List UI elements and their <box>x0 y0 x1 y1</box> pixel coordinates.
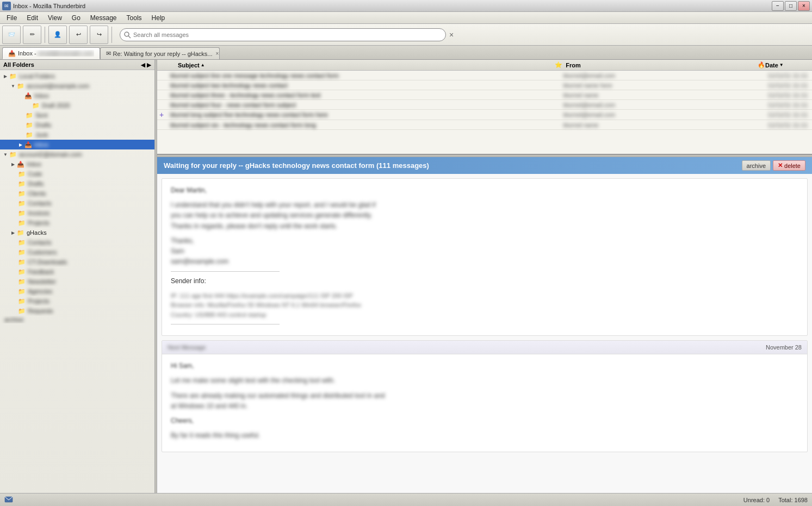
sender-info-text: IP: 111 age first 444 https://example.co… <box>171 291 798 320</box>
label-sub1: Draft 2020 <box>42 102 152 109</box>
sort-subject-button[interactable]: Subject ▲ <box>178 62 205 68</box>
search-input[interactable] <box>120 28 446 41</box>
folder-drafts2[interactable]: 📁 Drafts <box>0 179 154 189</box>
folder-icon-gh-requests: 📁 <box>17 307 26 315</box>
fire-icon: 🔥 <box>758 61 765 68</box>
delete-button[interactable]: ✕ delete <box>773 160 805 171</box>
folder-contacts[interactable]: 📁 Contacts <box>0 198 154 208</box>
inbox-icon-2: 📥 <box>24 140 33 149</box>
tab-inbox[interactable]: 📥 Inbox - email@example.com <box>2 47 100 59</box>
folder-gh-newsletter[interactable]: 📁 Newsletter <box>0 277 154 286</box>
app-icon: ✉ <box>2 2 11 10</box>
conversation-header: Waiting for your reply -- gHacks technol… <box>157 157 812 174</box>
compose-button[interactable]: ✏ <box>23 26 41 44</box>
label-code: Code <box>28 171 152 177</box>
folder-gh-ctdl[interactable]: 📁 CT-Downloads <box>0 257 154 267</box>
menu-go[interactable]: Go <box>67 13 85 23</box>
folder-sub1[interactable]: 📁 Draft 2020 <box>0 101 154 110</box>
table-row[interactable]: + blurred long subject five technology n… <box>157 110 812 120</box>
row-date: 11/11/11 11:11 <box>755 122 810 128</box>
message-divider-2 <box>171 324 280 324</box>
menu-file[interactable]: File <box>2 13 21 23</box>
minimize-button[interactable]: − <box>772 1 784 11</box>
folder-icon-clients: 📁 <box>17 189 26 198</box>
sort-arrow-subject: ▲ <box>201 63 205 67</box>
tab-reply[interactable]: ✉ Re: Waiting for your reply -- gHacks..… <box>100 47 220 59</box>
table-row[interactable]: blurred subject three - technology news … <box>157 90 812 100</box>
sort-from-button[interactable]: From <box>566 62 581 68</box>
folder-code[interactable]: 📁 Code <box>0 169 154 179</box>
folder-gh-contacts[interactable]: 📁 Contacts <box>0 238 154 247</box>
row-from: blurred name here <box>561 82 755 89</box>
folder-gh-customers[interactable]: 📁 Customers <box>0 247 154 257</box>
label-inbox1: Inbox <box>34 92 152 99</box>
menu-view[interactable]: View <box>44 13 66 23</box>
folder-gh-projects[interactable]: 📁 Projects <box>0 296 154 306</box>
archive-button[interactable]: archive <box>742 160 771 171</box>
sidebar-tree[interactable]: ▶ 📁 Local Folders ▼ 📁 account@example.co… <box>0 70 154 493</box>
folder-icon-local: 📁 <box>9 72 17 80</box>
folder-account1[interactable]: ▼ 📁 account@example.com <box>0 81 154 91</box>
close-search-icon[interactable]: × <box>446 29 457 40</box>
status-left <box>4 495 13 505</box>
folder-projects[interactable]: 📁 Projects <box>0 218 154 228</box>
menu-help[interactable]: Help <box>147 13 170 23</box>
message-pane: Waiting for your reply -- gHacks technol… <box>157 157 812 493</box>
folder-icon-sub2: 📁 <box>25 111 34 120</box>
folder-inbox2[interactable]: ▶ 📥 inbox <box>0 140 154 149</box>
row-from: blurred@email.com <box>561 72 755 79</box>
message-card-2: Next Message November 28 Hi Sam, Let me … <box>162 340 808 452</box>
unread-count: Unread: 0 <box>743 497 770 503</box>
col-subject-header[interactable]: Subject ▲ <box>176 62 555 68</box>
get-mail-button[interactable]: 📨 <box>2 26 21 44</box>
menu-tools[interactable]: Tools <box>122 13 146 23</box>
col-date-header[interactable]: 🔥 Date ▼ <box>755 61 810 68</box>
table-row[interactable]: blurred subject four - news contact form… <box>157 100 812 110</box>
folder-clients[interactable]: 📁 Clients <box>0 189 154 198</box>
folder-gh-requests[interactable]: 📁 Requests <box>0 306 154 316</box>
sidebar-controls[interactable]: ◀ ▶ <box>141 62 151 68</box>
table-row[interactable]: blurred subject line one message technol… <box>157 71 812 80</box>
menu-edit[interactable]: Edit <box>22 13 42 23</box>
sidebar-title: All Folders <box>3 61 34 68</box>
folder-account2[interactable]: ▼ 📁 account2@domain.com <box>0 149 154 159</box>
address-button[interactable]: 👤 <box>48 26 67 44</box>
status-bar: Unread: 0 Total: 1698 <box>0 493 812 506</box>
folder-inbox1[interactable]: 📥 Inbox <box>0 91 154 101</box>
table-row[interactable]: blurred subject six - technology news co… <box>157 120 812 130</box>
forward-button[interactable]: ↪ <box>90 26 108 44</box>
arrow-local: ▶ <box>2 74 9 79</box>
folder-gh-feedback[interactable]: 📁 Feedback <box>0 267 154 277</box>
folder-invoices[interactable]: 📁 Invoices <box>0 208 154 218</box>
message-rows: blurred subject line one message technol… <box>157 71 812 154</box>
message-card-body-2: Hi Sam, Let me make some slight test wit… <box>162 354 807 452</box>
folder-ghacks[interactable]: ▶ 📁 gHacks <box>0 228 154 238</box>
folder-sub3[interactable]: 📁 Drafts <box>0 120 154 130</box>
folder-bottom[interactable]: archive <box>0 316 154 323</box>
row-date: 11/11/11 11:11 <box>755 72 810 79</box>
menu-message[interactable]: Message <box>86 13 121 23</box>
toolbar-sep-2 <box>111 27 112 43</box>
row-from: blurred name <box>561 92 755 98</box>
folder-icon-invoices: 📁 <box>17 209 26 217</box>
col-from-header[interactable]: From <box>563 62 755 68</box>
row-indicator: + <box>159 110 168 119</box>
folder-sub2[interactable]: 📁 Sent <box>0 110 154 120</box>
folder-account2-inbox[interactable]: ▶ 📥 Inbox <box>0 159 154 169</box>
close-button[interactable]: × <box>798 1 810 11</box>
maximize-button[interactable]: □ <box>785 1 797 11</box>
body-text-3: There are already making our automated t… <box>171 391 798 411</box>
folder-local[interactable]: ▶ 📁 Local Folders <box>0 71 154 81</box>
folder-sub4[interactable]: 📁 Junk <box>0 130 154 140</box>
tab-close-icon[interactable]: × <box>216 51 219 57</box>
sort-arrow-date: ▼ <box>779 63 784 67</box>
folder-gh-agencies[interactable]: 📁 Agencies <box>0 286 154 296</box>
window-controls[interactable]: − □ × <box>772 1 810 11</box>
label-account1: account@example.com <box>27 83 152 89</box>
reply-button[interactable]: ↩ <box>69 26 88 44</box>
message-card-header-2: Next Message November 28 <box>162 341 807 354</box>
sort-date-button[interactable]: 🔥 Date ▼ <box>758 61 784 68</box>
sidebar: All Folders ◀ ▶ ▶ 📁 Local Folders ▼ 📁 ac… <box>0 60 155 493</box>
table-row[interactable]: blurred subject two technology news cont… <box>157 80 812 90</box>
label-inbox2: inbox <box>34 141 152 148</box>
